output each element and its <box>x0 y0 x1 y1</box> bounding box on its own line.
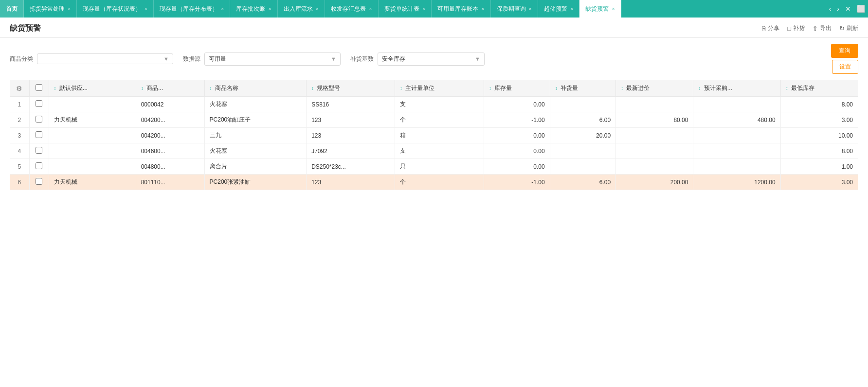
gear-icon: ⚙ <box>16 85 22 92</box>
row-est-purchase <box>693 159 780 175</box>
col-product-name[interactable]: ↕ 商品名称 <box>204 80 307 97</box>
tab-close-shortage[interactable]: × <box>612 6 615 12</box>
row-checkbox[interactable] <box>36 147 42 154</box>
row-est-purchase <box>693 128 780 143</box>
tab-maximize-btn[interactable]: ⬜ <box>854 0 868 18</box>
tab-close-batch[interactable]: × <box>268 6 271 12</box>
tab-receipt-summary[interactable]: 收发存汇总表 × <box>325 0 378 18</box>
col-product-code[interactable]: ↕ 商品... <box>136 80 204 97</box>
col-checkbox[interactable] <box>29 80 49 97</box>
row-supplier <box>49 143 136 159</box>
col-min-stock[interactable]: ↕ 最低库存 <box>780 80 858 97</box>
row-product-code: 0000042 <box>136 97 204 112</box>
replenish-button[interactable]: □ 补货 <box>787 24 805 33</box>
tab-close-all-btn[interactable]: ✕ <box>842 0 854 18</box>
tab-order-stats[interactable]: 要货单统计表 × <box>379 0 432 18</box>
row-est-purchase: 480.00 <box>693 112 780 128</box>
sort-icon-name: ↕ <box>210 86 212 91</box>
tab-close-expiry[interactable]: × <box>529 6 532 12</box>
tab-next-btn[interactable]: › <box>834 0 842 18</box>
table-row: 4 004600... 火花塞 J7092 支 0.00 8.00 <box>10 143 858 159</box>
row-replenish-qty <box>550 143 616 159</box>
tab-close-stock-status[interactable]: × <box>144 6 147 12</box>
replenish-icon: □ <box>787 25 791 32</box>
col-latest-price[interactable]: ↕ 最新进价 <box>616 80 693 97</box>
tab-bar: 首页 拣货异常处理 × 现存量（库存状况表） × 现存量（库存分布表） × 库存… <box>0 0 868 18</box>
row-checkbox[interactable] <box>36 116 42 123</box>
row-replenish-qty <box>550 159 616 175</box>
tab-close-stock-dist[interactable]: × <box>221 6 224 12</box>
row-checkbox-cell[interactable] <box>29 175 49 190</box>
row-est-purchase <box>693 97 780 112</box>
row-checkbox[interactable] <box>36 162 42 169</box>
row-checkbox-cell[interactable] <box>29 97 49 112</box>
tab-batch[interactable]: 库存批次账 × <box>230 0 277 18</box>
tab-home[interactable]: 首页 <box>0 0 24 18</box>
table-header-row: ⚙ ↕ 默认供应... ↕ 商品... ↕ 商品名称 <box>10 80 858 97</box>
row-checkbox-cell[interactable] <box>29 159 49 175</box>
share-button[interactable]: ⎘ 分享 <box>762 24 779 33</box>
col-settings[interactable]: ⚙ <box>10 80 29 97</box>
tab-shortage[interactable]: 缺货预警 × <box>579 0 621 18</box>
row-unit: 个 <box>395 112 484 128</box>
table-row: 6 力天机械 801110... PC200张紧油缸 123 个 -1.00 6… <box>10 175 858 190</box>
row-latest-price <box>616 97 693 112</box>
tab-nav-buttons: ‹ › ✕ ⬜ <box>826 0 868 18</box>
col-unit[interactable]: ↕ 主计量单位 <box>395 80 484 97</box>
row-checkbox[interactable] <box>36 178 42 185</box>
row-stock: 0.00 <box>484 97 550 112</box>
tab-close-picking[interactable]: × <box>68 6 71 12</box>
tab-close-available-ledger[interactable]: × <box>481 6 484 12</box>
row-checkbox-cell[interactable] <box>29 143 49 159</box>
query-button[interactable]: 查询 <box>831 44 858 58</box>
tab-expiry[interactable]: 保质期查询 × <box>491 0 538 18</box>
sort-icon-est-purchase: ↕ <box>698 86 701 91</box>
col-stock[interactable]: ↕ 库存量 <box>484 80 550 97</box>
tab-stock-dist[interactable]: 现存量（库存分布表） × <box>154 0 230 18</box>
tab-picking[interactable]: 拣货异常处理 × <box>24 0 77 18</box>
settings-button[interactable]: 设置 <box>832 60 858 74</box>
replenish-base-select[interactable]: 安全库存 ▼ <box>378 53 485 66</box>
row-index: 3 <box>10 128 29 143</box>
row-unit: 个 <box>395 175 484 190</box>
tab-overstock[interactable]: 超储预警 × <box>538 0 579 18</box>
replenish-base-value: 安全库存 <box>382 55 405 63</box>
refresh-button[interactable]: ↻ 刷新 <box>839 24 858 33</box>
tab-prev-btn[interactable]: ‹ <box>826 0 834 18</box>
row-product-name: PC200油缸庄子 <box>204 112 307 128</box>
row-checkbox-cell[interactable] <box>29 128 49 143</box>
row-checkbox[interactable] <box>36 100 42 107</box>
select-all-checkbox[interactable] <box>36 84 42 91</box>
tab-available-ledger[interactable]: 可用量库存账本 × <box>432 0 490 18</box>
main-content: 缺货预警 ⎘ 分享 □ 补货 ⇧ 导出 ↻ 刷新 商品分类 <box>0 18 868 387</box>
tab-close-receipt-summary[interactable]: × <box>369 6 372 12</box>
col-spec[interactable]: ↕ 规格型号 <box>307 80 395 97</box>
row-product-code: 004800... <box>136 159 204 175</box>
row-supplier <box>49 97 136 112</box>
header-actions: ⎘ 分享 □ 补货 ⇧ 导出 ↻ 刷新 <box>762 24 858 33</box>
tab-close-order-stats[interactable]: × <box>422 6 425 12</box>
datasource-select[interactable]: 可用量 ▼ <box>204 53 341 66</box>
tab-close-inout-flow[interactable]: × <box>316 6 319 12</box>
sort-icon-spec: ↕ <box>311 86 314 91</box>
category-select[interactable]: ▼ <box>37 53 173 64</box>
tab-inout-flow[interactable]: 出入库流水 × <box>278 0 325 18</box>
row-checkbox-cell[interactable] <box>29 112 49 128</box>
tab-close-overstock[interactable]: × <box>570 6 573 12</box>
row-spec: 123 <box>307 112 395 128</box>
col-replenish-qty[interactable]: ↕ 补货量 <box>550 80 616 97</box>
page-header: 缺货预警 ⎘ 分享 □ 补货 ⇧ 导出 ↻ 刷新 <box>0 18 868 38</box>
row-index: 5 <box>10 159 29 175</box>
datasource-filter-group: 数据源 可用量 ▼ <box>183 53 341 66</box>
export-button[interactable]: ⇧ 导出 <box>813 24 832 33</box>
table-row: 2 力天机械 004200... PC200油缸庄子 123 个 -1.00 6… <box>10 112 858 128</box>
sort-icon-price: ↕ <box>621 86 623 91</box>
col-default-supplier[interactable]: ↕ 默认供应... <box>49 80 136 97</box>
row-checkbox[interactable] <box>36 131 42 138</box>
table-body: 1 0000042 火花塞 SS816 支 0.00 8.00 2 力天机械 0… <box>10 97 858 190</box>
row-product-code: 004200... <box>136 128 204 143</box>
col-est-purchase[interactable]: ↕ 预计采购... <box>693 80 780 97</box>
row-latest-price <box>616 159 693 175</box>
row-unit: 支 <box>395 143 484 159</box>
tab-stock-status[interactable]: 现存量（库存状况表） × <box>77 0 153 18</box>
